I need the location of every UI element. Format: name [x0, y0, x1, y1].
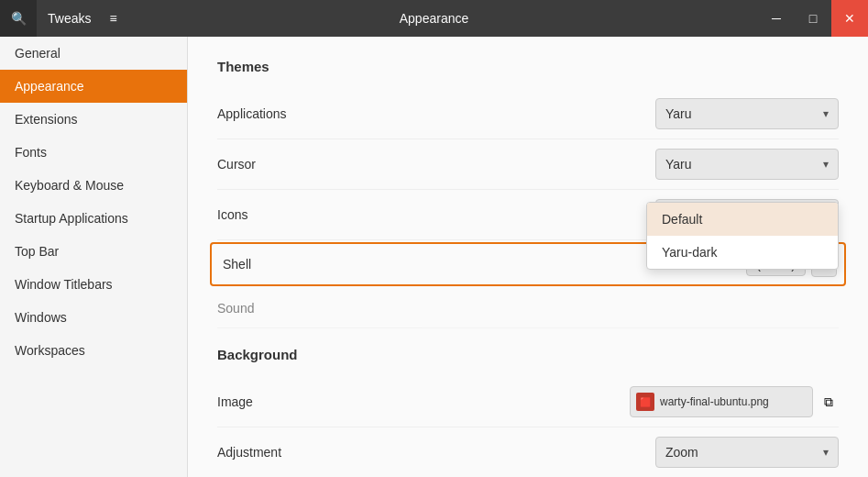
themes-section-title: Themes — [217, 59, 839, 74]
sidebar-item-startup-applications[interactable]: Startup Applications — [0, 202, 187, 235]
dropdown-option-default[interactable]: Default — [647, 203, 838, 236]
bg-adjustment-label: Adjustment — [217, 445, 655, 460]
sidebar-item-general[interactable]: General — [0, 37, 187, 70]
menu-icon: ≡ — [109, 11, 116, 26]
menu-button[interactable]: ≡ — [100, 6, 126, 31]
sidebar: General Appearance Extensions Fonts Keyb… — [0, 37, 188, 477]
sidebar-item-fonts[interactable]: Fonts — [0, 136, 187, 169]
copy-icon: ⧉ — [824, 394, 833, 410]
close-icon: ✕ — [844, 11, 855, 26]
sound-row: Sound — [217, 288, 839, 328]
bg-adjustment-arrow: ▾ — [823, 446, 829, 459]
maximize-icon: □ — [809, 11, 817, 26]
cursor-label: Cursor — [217, 157, 655, 172]
bg-image-label: Image — [217, 394, 630, 409]
applications-label: Applications — [217, 106, 655, 121]
close-button[interactable]: ✕ — [831, 0, 868, 37]
icons-label: Icons — [217, 207, 655, 222]
sound-label: Sound — [217, 301, 839, 316]
search-icon: 🔍 — [11, 11, 27, 26]
sidebar-item-appearance[interactable]: Appearance — [0, 70, 187, 103]
minimize-button[interactable]: ─ — [758, 0, 795, 37]
bg-image-row: Image 🟥 warty-final-ubuntu.png ⧉ — [217, 377, 839, 427]
cursor-dropdown[interactable]: Yaru ▾ — [655, 149, 839, 180]
sidebar-item-window-titlebars[interactable]: Window Titlebars — [0, 268, 187, 301]
bg-image-field[interactable]: 🟥 warty-final-ubuntu.png — [630, 386, 813, 417]
applications-row: Applications Yaru ▾ — [217, 89, 839, 139]
bg-image-name: warty-final-ubuntu.png — [660, 395, 807, 408]
background-section-title: Background — [217, 347, 839, 362]
cursor-row: Cursor Yaru ▾ — [217, 139, 839, 190]
sidebar-item-windows[interactable]: Windows — [0, 301, 187, 334]
sidebar-item-keyboard-mouse[interactable]: Keyboard & Mouse — [0, 169, 187, 202]
search-button[interactable]: 🔍 — [0, 0, 37, 37]
sidebar-item-workspaces[interactable]: Workspaces — [0, 334, 187, 367]
applications-dropdown[interactable]: Yaru ▾ — [655, 98, 839, 129]
applications-dropdown-arrow: ▾ — [823, 107, 829, 120]
titlebar-title-group: Tweaks ≡ — [37, 6, 758, 31]
bg-adjustment-row: Adjustment Zoom ▾ — [217, 427, 839, 477]
minimize-icon: ─ — [772, 11, 781, 26]
window-title: Appearance — [400, 11, 469, 26]
shell-dropdown-popup: Default Yaru-dark — [646, 202, 839, 270]
dropdown-option-yaru-dark[interactable]: Yaru-dark — [647, 236, 838, 269]
bg-image-field-group: 🟥 warty-final-ubuntu.png ⧉ — [630, 386, 839, 417]
titlebar: 🔍 Tweaks ≡ Appearance ─ □ ✕ — [0, 0, 868, 37]
bg-adjustment-dropdown[interactable]: Zoom ▾ — [655, 437, 839, 468]
maximize-button[interactable]: □ — [795, 0, 831, 37]
sidebar-item-extensions[interactable]: Extensions — [0, 103, 187, 136]
bg-image-copy-button[interactable]: ⧉ — [819, 392, 839, 412]
bg-image-thumb: 🟥 — [636, 393, 654, 411]
applications-value: Yaru — [665, 106, 692, 121]
cursor-value: Yaru — [665, 157, 692, 172]
sidebar-item-top-bar[interactable]: Top Bar — [0, 235, 187, 268]
window-controls: ─ □ ✕ — [758, 0, 868, 37]
bg-adjustment-value: Zoom — [665, 445, 698, 460]
main-layout: General Appearance Extensions Fonts Keyb… — [0, 37, 868, 477]
app-name: Tweaks — [48, 11, 91, 26]
cursor-dropdown-arrow: ▾ — [823, 158, 829, 171]
